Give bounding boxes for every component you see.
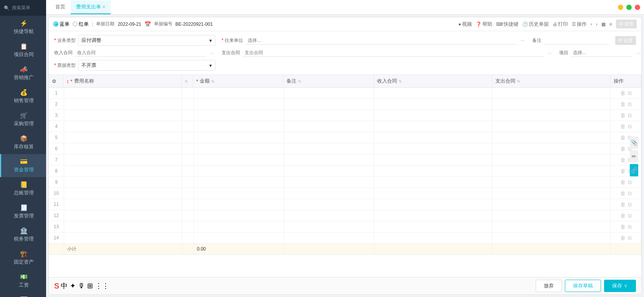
expense-contract-cell[interactable] [492,154,611,165]
sidebar-item-marketing[interactable]: 📣营销推广 [0,62,46,85]
sidebar-item-project-contract[interactable]: 📋项目合同 [0,39,46,62]
delete-icon[interactable]: 🗑 [620,212,626,219]
expense-contract-cell[interactable] [492,232,611,243]
window-close-button[interactable] [635,5,640,10]
income-contract-cell[interactable] [374,199,493,210]
expense-name-cell[interactable] [64,110,182,121]
sort-arrows-icon[interactable]: ⇅ [185,79,188,83]
delete-icon[interactable]: 🗑 [620,235,626,241]
maximize-button[interactable] [626,5,632,10]
note-cell[interactable] [284,99,374,110]
sidebar-item-quick-nav[interactable]: ⚡快捷导航 [0,16,46,39]
expense-contract-cell[interactable] [492,177,611,187]
expense-contract-cell[interactable] [492,210,611,221]
expense-contract-cell[interactable] [492,110,611,121]
expense-name-cell[interactable] [64,154,182,165]
th-settings[interactable]: ⚙ [49,75,63,87]
tab-close-icon[interactable]: × [103,4,105,10]
expense-contract-cell[interactable] [492,188,611,199]
amount-cell[interactable] [194,221,284,232]
sidebar-item-inventory[interactable]: 📦库存核算 [0,131,46,154]
income-contract-cell[interactable] [374,132,493,143]
sidebar-item-payroll[interactable]: 💵工资 [0,269,46,292]
print-btn[interactable]: 🖨 打印 [553,21,568,28]
note-cell[interactable] [284,210,374,221]
expense-contract-input[interactable] [242,49,544,57]
note-cell[interactable] [284,221,374,232]
income-contract-cell[interactable] [374,188,493,199]
amount-cell[interactable] [194,166,284,176]
expense-name-cell[interactable] [64,166,182,176]
expense-contract-cell[interactable] [492,221,611,232]
expense-contract-cell[interactable] [492,132,611,143]
income-contract-cell[interactable] [374,232,493,243]
blue-radio[interactable]: 蓝单 [53,21,70,28]
income-sort-icon[interactable]: ⇅ [399,79,402,83]
expense-name-cell[interactable] [64,199,182,210]
business-type-select[interactable]: 应付调整 ▾ [78,35,215,46]
copy-icon[interactable]: ⧉ [628,201,632,208]
copy-icon[interactable]: ⧉ [628,112,632,119]
expense-contract-cell[interactable] [492,88,611,98]
copy-icon[interactable]: ⧉ [628,101,632,108]
income-contract-cell[interactable] [374,166,493,176]
income-contract-cell[interactable] [374,210,493,221]
discard-button[interactable]: 放弃 [536,280,562,292]
amount-cell[interactable] [194,210,284,221]
brand-icon-4[interactable]: ⊞ [87,282,93,290]
delete-icon[interactable]: 🗑 [620,146,626,152]
copy-icon[interactable]: ⧉ [628,123,632,130]
note-cell[interactable] [284,110,374,121]
settings-btn[interactable]: ⚙ 设置 [616,20,637,28]
expense-name-cell[interactable] [64,232,182,243]
amount-cell[interactable] [194,232,284,243]
expense-name-cell[interactable] [64,99,182,110]
nav-prev-btn[interactable]: ‹ [591,22,592,27]
delete-icon[interactable]: 🗑 [620,134,626,141]
expense-contract-cell[interactable] [492,166,611,176]
copy-icon[interactable]: ⧉ [628,235,632,241]
income-contract-cell[interactable] [374,221,493,232]
shortcut-btn[interactable]: ⌨ 快捷键 [496,21,518,28]
layout-btn1[interactable]: ▦ [601,22,606,27]
save-button[interactable]: 保存 ∨ [604,280,636,292]
brand-icon-2[interactable]: ✦ [70,282,76,290]
expense-name-cell[interactable] [64,210,182,221]
link-btn[interactable]: 🔗 [630,164,638,176]
income-contract-cell[interactable] [374,154,493,165]
income-contract-cell[interactable] [374,121,493,132]
copy-icon[interactable]: ⧉ [628,90,632,96]
expense-name-cell[interactable] [64,177,182,187]
tab-首页[interactable]: 首页 [50,0,71,14]
operation-btn[interactable]: ☰ 操作 [572,21,587,28]
note-cell[interactable] [284,121,374,132]
copy-icon[interactable]: ⧉ [628,179,632,186]
sidebar-item-invoice[interactable]: 🧾发票管理 [0,200,46,223]
save-draft-button[interactable]: 保存草稿 [565,280,601,292]
note-cell[interactable] [284,143,374,154]
amount-cell[interactable] [194,199,284,210]
sidebar-item-sales[interactable]: 💰销售管理 [0,85,46,108]
calendar-icon[interactable]: 📅 [144,21,151,27]
delete-icon[interactable]: 🗑 [620,224,626,230]
copy-icon[interactable]: ⧉ [628,224,632,230]
delete-icon[interactable]: 🗑 [620,157,626,163]
brand-icon-1[interactable]: 中 [61,281,68,290]
sidebar-item-purchase[interactable]: 🛒采购管理 [0,108,46,131]
layout-btn2[interactable]: ≡ [609,22,612,27]
invoice-type-select[interactable]: 不开票 ▾ [78,60,215,71]
amount-cell[interactable] [194,177,284,187]
note-cell[interactable] [284,132,374,143]
expense-name-cell[interactable] [64,188,182,199]
expense-name-cell[interactable] [64,121,182,132]
note-cell[interactable] [284,232,374,243]
help-btn[interactable]: ❓ 帮助 [476,21,492,28]
sidebar-item-fixed-assets[interactable]: 🏗️固定资产 [0,246,46,269]
amount-cell[interactable] [194,132,284,143]
amount-cell[interactable] [194,188,284,199]
brand-icon-3[interactable]: 🎙 [78,282,85,290]
income-contract-cell[interactable] [374,143,493,154]
delete-icon[interactable]: 🗑 [620,101,626,107]
history-btn[interactable]: 🕐 历史单据 [522,21,549,28]
nav-next-btn[interactable]: › [596,22,598,27]
